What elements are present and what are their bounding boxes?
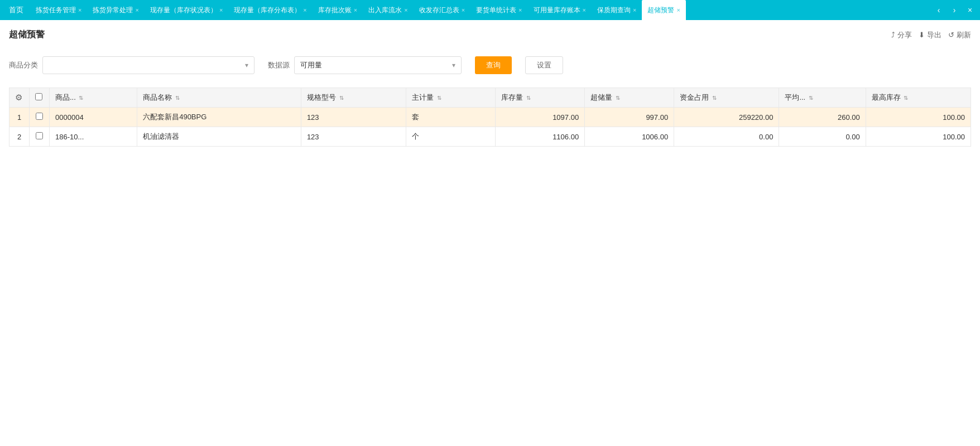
nav-tab-6[interactable]: 收发存汇总表 × <box>414 0 470 20</box>
nav-tab-3[interactable]: 现存量（库存分布表） × <box>228 0 312 20</box>
data-table: ⚙ 商品... ⇅ 商品名称 ⇅ 规格型号 ⇅ 主计量 <box>9 88 971 147</box>
nav-tab-close-8[interactable]: × <box>583 7 586 13</box>
sort-icon-maxstock: ⇅ <box>904 95 908 101</box>
page-title: 超储预警 <box>9 29 45 41</box>
nav-next-arrow[interactable]: › <box>947 0 962 20</box>
row-unit-0: 套 <box>406 108 496 127</box>
row-spec-0: 123 <box>301 108 406 127</box>
th-code[interactable]: 商品... ⇅ <box>50 88 137 108</box>
share-button[interactable]: ⤴ 分享 <box>891 30 912 40</box>
export-label: 导出 <box>927 30 941 40</box>
th-avg[interactable]: 平均... ⇅ <box>779 88 866 108</box>
sort-icon-name: ⇅ <box>175 95 180 101</box>
select-all-checkbox[interactable] <box>35 93 42 100</box>
nav-tab-close-6[interactable]: × <box>462 7 465 13</box>
row-overstock-0: 997.00 <box>585 108 674 127</box>
th-name-label: 商品名称 <box>143 93 172 101</box>
export-button[interactable]: ⬇ 导出 <box>919 30 941 40</box>
nav-tab-close-2[interactable]: × <box>219 7 223 13</box>
query-button[interactable]: 查询 <box>475 56 512 74</box>
nav-tab-close-7[interactable]: × <box>518 7 522 13</box>
nav-close-all[interactable]: × <box>962 0 978 20</box>
table-row: 2 186-10... 机油滤清器 123 个 1106.00 1006.00 … <box>9 127 971 147</box>
nav-tab-label-6: 收发存汇总表 <box>419 6 459 15</box>
category-label: 商品分类 <box>9 60 38 70</box>
th-code-label: 商品... <box>55 93 76 101</box>
th-name[interactable]: 商品名称 ⇅ <box>137 88 301 108</box>
nav-tab-label-2: 现存量（库存状况表） <box>150 6 217 15</box>
nav-tab-close-1[interactable]: × <box>135 7 138 13</box>
row-checkbox-cell-1 <box>30 127 50 147</box>
th-capital[interactable]: 资金占用 ⇅ <box>674 88 779 108</box>
row-num-1: 2 <box>9 127 30 147</box>
row-avg-1: 0.00 <box>779 127 866 147</box>
th-overstock[interactable]: 超储量 ⇅ <box>585 88 674 108</box>
sort-icon-avg: ⇅ <box>809 95 813 101</box>
nav-tab-5[interactable]: 出入库流水 × <box>363 0 413 20</box>
row-spec-1: 123 <box>301 127 406 147</box>
nav-tab-close-9[interactable]: × <box>633 7 636 13</box>
nav-tab-1[interactable]: 拣货异常处理 × <box>87 0 144 20</box>
th-maxstock-label: 最高库存 <box>872 93 901 101</box>
nav-tab-label-0: 拣货任务管理 <box>36 6 76 15</box>
row-overstock-1: 1006.00 <box>585 127 674 147</box>
row-checkbox-cell-0 <box>30 108 50 127</box>
sort-icon-unit: ⇅ <box>437 95 441 101</box>
nav-tab-label-8: 可用量库存账本 <box>534 6 580 15</box>
nav-home[interactable]: 首页 <box>2 5 30 15</box>
th-stock-label: 库存量 <box>501 93 523 101</box>
th-gear[interactable]: ⚙ <box>9 88 30 108</box>
nav-tab-close-5[interactable]: × <box>404 7 407 13</box>
sort-icon-code: ⇅ <box>79 95 83 101</box>
nav-tab-2[interactable]: 现存量（库存状况表） × <box>145 0 228 20</box>
th-maxstock[interactable]: 最高库存 ⇅ <box>866 88 971 108</box>
table-body: 1 0000004 六配套新昌490BPG 123 套 1097.00 997.… <box>9 108 971 147</box>
refresh-button[interactable]: ↺ 刷新 <box>948 30 971 40</box>
nav-tab-8[interactable]: 可用量库存账本 × <box>528 0 592 20</box>
nav-tab-close-3[interactable]: × <box>303 7 306 13</box>
nav-tab-label-10: 超储预警 <box>647 6 674 15</box>
row-checkbox-0[interactable] <box>36 113 43 120</box>
th-spec[interactable]: 规格型号 ⇅ <box>301 88 406 108</box>
export-icon: ⬇ <box>919 31 925 39</box>
page-content: 超储预警 ⤴ 分享 ⬇ 导出 ↺ 刷新 商品分类 ▾ 数据源 <box>0 20 980 446</box>
nav-tab-7[interactable]: 要货单统计表 × <box>470 0 527 20</box>
settings-button[interactable]: 设置 <box>525 56 563 74</box>
th-stock[interactable]: 库存量 ⇅ <box>496 88 585 108</box>
row-maxstock-0: 100.00 <box>866 108 971 127</box>
th-overstock-label: 超储量 <box>590 93 612 101</box>
nav-tab-label-3: 现存量（库存分布表） <box>234 6 301 15</box>
category-filter: 商品分类 ▾ <box>9 56 254 74</box>
nav-tab-4[interactable]: 库存批次账 × <box>313 0 363 20</box>
row-unit-1: 个 <box>406 127 496 147</box>
datasource-select[interactable]: 可用量 ▾ <box>294 56 462 74</box>
row-avg-0: 260.00 <box>779 108 866 127</box>
row-capital-1: 0.00 <box>674 127 779 147</box>
th-capital-label: 资金占用 <box>680 93 709 101</box>
datasource-value: 可用量 <box>300 60 322 70</box>
row-num-0: 1 <box>9 108 30 127</box>
th-avg-label: 平均... <box>785 93 805 101</box>
share-label: 分享 <box>897 30 912 40</box>
refresh-label: 刷新 <box>957 30 971 40</box>
nav-tab-close-10[interactable]: × <box>676 7 680 13</box>
share-icon: ⤴ <box>891 31 895 39</box>
page-header: 超储预警 ⤴ 分享 ⬇ 导出 ↺ 刷新 <box>9 29 971 41</box>
nav-tab-label-1: 拣货异常处理 <box>93 6 133 15</box>
row-checkbox-1[interactable] <box>36 132 43 139</box>
gear-icon[interactable]: ⚙ <box>15 93 22 102</box>
table-header: ⚙ 商品... ⇅ 商品名称 ⇅ 规格型号 ⇅ 主计量 <box>9 88 971 108</box>
category-select[interactable]: ▾ <box>42 56 254 74</box>
chevron-down-icon-2: ▾ <box>452 61 455 69</box>
nav-tab-close-0[interactable]: × <box>78 7 81 13</box>
refresh-icon: ↺ <box>948 31 954 39</box>
nav-tab-label-7: 要货单统计表 <box>476 6 516 15</box>
row-stock-0: 1097.00 <box>496 108 585 127</box>
nav-tab-label-9: 保质期查询 <box>597 6 631 15</box>
nav-tab-close-4[interactable]: × <box>354 7 357 13</box>
nav-tab-0[interactable]: 拣货任务管理 × <box>30 0 87 20</box>
nav-tab-10[interactable]: 超储预警 × <box>642 0 685 20</box>
nav-tab-9[interactable]: 保质期查询 × <box>592 0 642 20</box>
nav-prev-arrow[interactable]: ‹ <box>931 0 947 20</box>
th-unit[interactable]: 主计量 ⇅ <box>406 88 496 108</box>
